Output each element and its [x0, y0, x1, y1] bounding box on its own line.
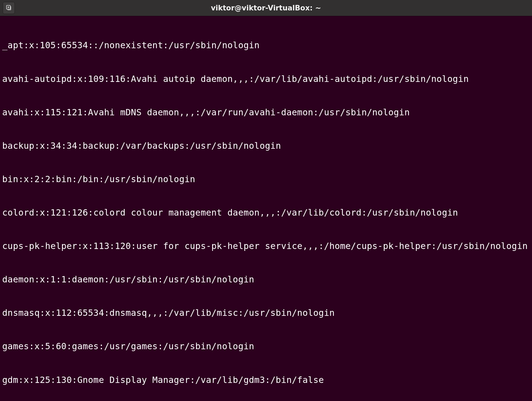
new-tab-icon [6, 4, 12, 12]
terminal-line: backup:x:34:34:backup:/var/backups:/usr/… [2, 140, 530, 151]
window-titlebar: viktor@viktor-VirtualBox: ~ [0, 0, 532, 16]
terminal-line: bin:x:2:2:bin:/bin:/usr/sbin/nologin [2, 174, 530, 185]
window-title: viktor@viktor-VirtualBox: ~ [211, 4, 321, 12]
terminal-line: _apt:x:105:65534::/nonexistent:/usr/sbin… [2, 40, 530, 51]
terminal-line: avahi-autoipd:x:109:116:Avahi autoip dae… [2, 73, 530, 85]
terminal-line: dnsmasq:x:112:65534:dnsmasq,,,:/var/lib/… [2, 307, 530, 319]
terminal-line: cups-pk-helper:x:113:120:user for cups-p… [2, 240, 530, 252]
terminal-line: colord:x:121:126:colord colour managemen… [2, 207, 530, 218]
terminal-line: gdm:x:125:130:Gnome Display Manager:/var… [2, 374, 530, 386]
terminal-line: avahi:x:115:121:Avahi mDNS daemon,,,:/va… [2, 107, 530, 118]
new-tab-button[interactable] [3, 2, 15, 14]
terminal-line: daemon:x:1:1:daemon:/usr/sbin:/usr/sbin/… [2, 274, 530, 285]
terminal-output[interactable]: _apt:x:105:65534::/nonexistent:/usr/sbin… [0, 16, 532, 401]
terminal-line: games:x:5:60:games:/usr/games:/usr/sbin/… [2, 341, 530, 352]
